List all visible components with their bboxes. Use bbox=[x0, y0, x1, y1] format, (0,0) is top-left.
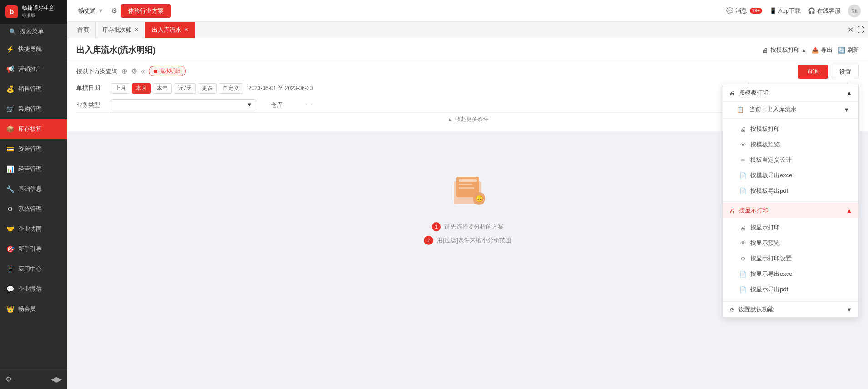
display-settings-icon: ⚙ bbox=[739, 255, 747, 262]
logo-icon: b bbox=[5, 5, 18, 18]
sidebar-item-app[interactable]: 📱 应用中心 bbox=[0, 259, 67, 279]
sidebar-bottom: ⚙ ◀▶ bbox=[0, 369, 67, 389]
current-icon: 📋 bbox=[737, 106, 744, 113]
display-preview-icon: 👁 bbox=[739, 239, 747, 247]
sidebar-item-sales[interactable]: 💰 销售管理 bbox=[0, 79, 67, 99]
service-icon: 🎧 bbox=[808, 7, 815, 14]
dropdown-template-preview[interactable]: 👁 按模板预览 bbox=[723, 137, 858, 152]
quick-nav-icon: ⚡ bbox=[5, 45, 15, 54]
filter-add-icon[interactable]: ⊕ bbox=[121, 67, 127, 75]
footer-settings-icon: ⚙ bbox=[729, 306, 735, 313]
svg-rect-2 bbox=[459, 179, 477, 182]
display-section-header[interactable]: 🖨 按显示打印 ▲ bbox=[723, 203, 858, 218]
tab-batch-close-icon[interactable]: ✕ bbox=[135, 27, 139, 33]
sidebar-item-collab[interactable]: 🤝 企业协同 bbox=[0, 219, 67, 239]
tab-batch-account[interactable]: 库存批次账 ✕ bbox=[96, 22, 145, 38]
date-btn-more[interactable]: 更多 bbox=[198, 83, 217, 94]
filter-collapse-icon[interactable]: « bbox=[141, 67, 145, 75]
dropdown-template-custom[interactable]: ✏ 模板自定义设计 bbox=[723, 152, 858, 168]
collapse-up-icon: ▲ bbox=[447, 116, 453, 123]
right-action-area: 查询 设置 bbox=[798, 65, 859, 79]
date-btn-last-month[interactable]: 上月 bbox=[111, 83, 130, 94]
sidebar-item-purchase[interactable]: 🛒 采购管理 bbox=[0, 99, 67, 119]
message-btn[interactable]: 💬 消息 99+ bbox=[726, 7, 762, 15]
dropdown-panel: 🖨 按模板打印 ▲ 📋 当前：出入库流水 ▼ 🖨 按模板打印 👁 bbox=[723, 84, 859, 318]
empty-step-2: 2 用[过滤]条件来缩小分析范围 bbox=[424, 236, 511, 245]
sidebar-search[interactable]: 🔍 搜索菜单 bbox=[0, 24, 67, 39]
tab-close-all-btn[interactable]: ✕ bbox=[848, 25, 853, 34]
user-avatar[interactable]: Rit bbox=[848, 5, 861, 17]
wechat-icon: 💬 bbox=[5, 284, 15, 294]
search-icon: 🔍 bbox=[9, 28, 16, 35]
main-area: 畅捷通 ▼ ⚙ 体验行业方案 💬 消息 99+ 📱 App下载 🎧 在线客服 R… bbox=[67, 0, 868, 389]
filter-settings-icon[interactable]: ⚙ bbox=[131, 67, 137, 75]
dropdown-current-item[interactable]: 📋 当前：出入库流水 ▼ bbox=[723, 102, 858, 117]
footer-arrow-icon: ▼ bbox=[846, 306, 852, 313]
dropdown-display-export-pdf[interactable]: 📄 按显示导出pdf bbox=[723, 282, 858, 297]
dropdown-template-print[interactable]: 🖨 按模板打印 bbox=[723, 121, 858, 137]
refresh-icon: 🔄 bbox=[838, 47, 845, 54]
message-icon: 💬 bbox=[726, 7, 733, 14]
export-icon: 📤 bbox=[812, 47, 819, 54]
print-btn[interactable]: 🖨 按模板打印 ▲ bbox=[763, 46, 806, 54]
display-arrow-icon: ▲ bbox=[846, 207, 852, 214]
app-download-btn[interactable]: 📱 App下载 bbox=[769, 7, 801, 15]
sidebar-collapse-icon[interactable]: ◀▶ bbox=[51, 375, 62, 384]
sidebar-item-basic[interactable]: 🔧 基础信息 bbox=[0, 179, 67, 199]
business-type-dropdown-icon: ▼ bbox=[246, 101, 252, 108]
dropdown-display-preview[interactable]: 👁 按显示预览 bbox=[723, 235, 858, 251]
sidebar-item-member[interactable]: 👑 畅会员 bbox=[0, 299, 67, 319]
tab-in-out-flow[interactable]: 出入库流水 ✕ bbox=[145, 22, 195, 38]
dropdown-footer[interactable]: ⚙ 设置默认功能 ▼ bbox=[723, 301, 858, 317]
industry-btn[interactable]: 体验行业方案 bbox=[121, 4, 171, 18]
sidebar-item-inventory[interactable]: 📦 库存核算 bbox=[0, 119, 67, 139]
refresh-btn[interactable]: 🔄 刷新 bbox=[838, 46, 859, 54]
current-arrow-icon: ▼ bbox=[843, 106, 849, 113]
topbar-settings-icon[interactable]: ⚙ bbox=[111, 6, 117, 15]
dropdown-display-settings[interactable]: ⚙ 按显示打印设置 bbox=[723, 251, 858, 266]
sidebar-item-finance[interactable]: 💳 资金管理 bbox=[0, 139, 67, 159]
settings-btn[interactable]: 设置 bbox=[832, 65, 859, 79]
dropdown-header[interactable]: 🖨 按模板打印 ▲ bbox=[723, 84, 858, 102]
business-type-select[interactable]: ▼ bbox=[111, 99, 256, 110]
online-service-btn[interactable]: 🎧 在线客服 bbox=[808, 7, 841, 15]
divider-2 bbox=[723, 201, 858, 202]
divider-1 bbox=[723, 118, 858, 119]
filter-label: 按以下方案查询 bbox=[76, 67, 118, 75]
dropdown-template-export-pdf[interactable]: 📄 按模板导出pdf bbox=[723, 183, 858, 199]
query-btn[interactable]: 查询 bbox=[798, 65, 828, 79]
sidebar-item-system[interactable]: ⚙ 系统管理 bbox=[0, 199, 67, 219]
tab-in-out-close-icon[interactable]: ✕ bbox=[184, 27, 188, 33]
date-btn-this-month[interactable]: 本月 bbox=[132, 83, 151, 94]
sidebar-item-guide[interactable]: 🎯 新手引导 bbox=[0, 239, 67, 259]
tab-expand-btn[interactable]: ⛶ bbox=[857, 25, 864, 34]
sidebar-item-marketing[interactable]: 📢 营销推广 bbox=[0, 59, 67, 79]
user-area[interactable]: 畅捷通 ▼ bbox=[75, 5, 107, 17]
system-icon: ⚙ bbox=[5, 204, 15, 214]
tab-home[interactable]: 首页 bbox=[71, 22, 96, 38]
sidebar-settings-icon[interactable]: ⚙ bbox=[5, 375, 12, 384]
date-btn-custom[interactable]: 自定义 bbox=[219, 83, 243, 94]
date-btn-7days[interactable]: 近7天 bbox=[174, 83, 196, 94]
sidebar-item-operations[interactable]: 📊 经营管理 bbox=[0, 159, 67, 179]
export-btn[interactable]: 📤 导出 bbox=[812, 46, 833, 54]
print-icon: 🖨 bbox=[763, 47, 768, 54]
sidebar-item-wechat[interactable]: 💬 企业微信 bbox=[0, 279, 67, 299]
content-area: 出入库流水(流水明细) 🖨 按模板打印 ▲ 📤 导出 🔄 刷新 bbox=[67, 38, 868, 389]
dropdown-display-export-excel[interactable]: 📄 按显示导出excel bbox=[723, 266, 858, 282]
dropdown-template-export-excel[interactable]: 📄 按模板导出excel bbox=[723, 168, 858, 183]
date-btn-this-year[interactable]: 本年 bbox=[153, 83, 172, 94]
filter-tag[interactable]: 流水明细 bbox=[149, 66, 186, 76]
template-excel-icon: 📄 bbox=[739, 172, 747, 179]
date-range-display: 2023-06-01 至 2023-06-30 bbox=[249, 85, 313, 92]
display-pdf-icon: 📄 bbox=[739, 286, 747, 293]
warehouse-dots-icon[interactable]: ⋯ bbox=[305, 100, 313, 109]
empty-step-1: 1 请先选择要分析的方案 bbox=[432, 222, 504, 231]
svg-rect-4 bbox=[459, 187, 474, 189]
marketing-icon: 📢 bbox=[5, 65, 15, 74]
user-dropdown-icon: ▼ bbox=[98, 7, 104, 14]
sidebar-item-quick-nav[interactable]: ⚡ 快捷导航 bbox=[0, 39, 67, 59]
template-preview-icon: 👁 bbox=[739, 141, 747, 148]
dropdown-display-print[interactable]: 🖨 按显示打印 bbox=[723, 220, 858, 235]
finance-icon: 💳 bbox=[5, 145, 15, 154]
